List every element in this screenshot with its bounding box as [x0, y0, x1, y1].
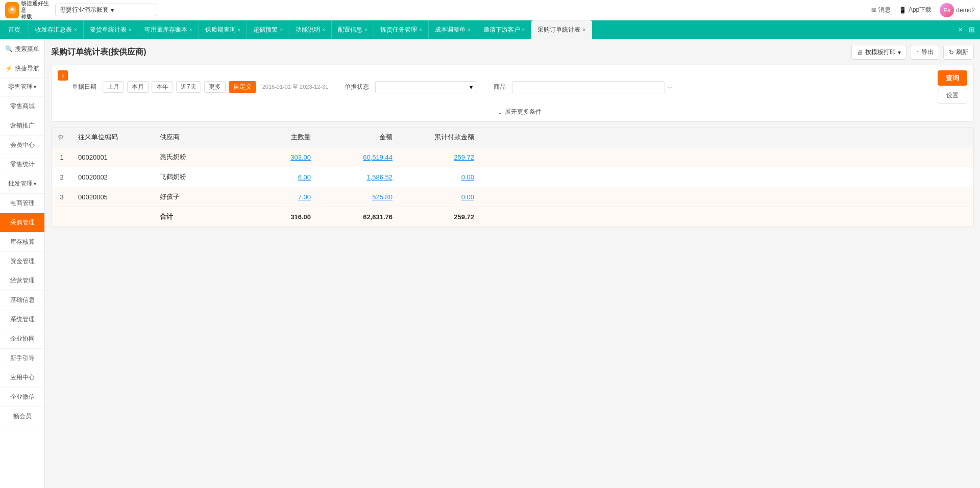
sidebar-item-operation-mgmt-label: 经营管理 — [10, 277, 35, 284]
query-actions: 查询 设置 — [938, 70, 967, 104]
sidebar-item-retail-stats[interactable]: 零售统计 — [0, 155, 44, 174]
paid-link[interactable]: 0.00 — [461, 173, 474, 181]
tab-warranty-query-label: 保质期查询 — [205, 25, 236, 34]
tab-purchase-summary[interactable]: 采购订单统计表 × — [531, 20, 592, 39]
expand-more-filter-btn[interactable]: ⌄ 展开更多条件 — [72, 108, 967, 116]
close-icon[interactable]: × — [74, 27, 77, 33]
custom-date-btn[interactable]: 自定义 — [229, 81, 256, 93]
qty-link[interactable]: 7.00 — [298, 193, 311, 201]
paid-link[interactable]: 0.00 — [461, 193, 474, 201]
row-idx: 2 — [52, 167, 72, 187]
more-date-btn[interactable]: 更多 — [204, 81, 226, 93]
close-all-tabs-btn[interactable]: × — [957, 24, 965, 35]
sidebar-item-member-center[interactable]: 会员中心 — [0, 136, 44, 155]
tab-pick-task[interactable]: 拣货任务管理 × — [374, 20, 429, 39]
footer-extra — [480, 207, 973, 227]
sidebar-item-basic-info[interactable]: 基础信息 — [0, 291, 44, 310]
tab-receive-summary[interactable]: 收发存汇总表 × — [29, 20, 84, 39]
expand-tabs-btn[interactable]: ⊞ — [967, 24, 977, 35]
sidebar-item-enterprise-collab[interactable]: 企业协同 — [0, 329, 44, 349]
workspace-selector[interactable]: 母婴行业演示账套 ▾ — [55, 4, 157, 16]
data-table: ⚙ 往来单位编码 供应商 主数量 金额 累计付款金额 1 00020001 — [52, 127, 973, 227]
top-bar: 畅捷通好生意 标版 母婴行业演示账套 ▾ ✉ 消息 📱 App下载 Ea dem… — [0, 0, 980, 20]
close-icon[interactable]: × — [364, 27, 368, 33]
tab-warranty-query[interactable]: 保质期查询 × — [199, 20, 248, 39]
tab-overstock[interactable]: 超储预警 × — [247, 20, 289, 39]
page-title: 采购订单统计表(按供应商) — [51, 47, 146, 58]
tab-inventory-book[interactable]: 可用量库存账本 × — [138, 20, 199, 39]
footer-empty2 — [72, 207, 154, 227]
status-select[interactable]: ▾ — [375, 81, 477, 93]
tab-invite-downstream[interactable]: 邀请下游客户 × — [477, 20, 532, 39]
query-btn[interactable]: 查询 — [938, 70, 967, 86]
qty-link[interactable]: 303.00 — [290, 153, 311, 161]
quick-nav-btn[interactable]: ⚡ 快捷导航 — [0, 60, 44, 78]
close-icon[interactable]: × — [322, 27, 325, 33]
sidebar-item-system-mgmt[interactable]: 系统管理 — [0, 310, 44, 329]
refresh-btn[interactable]: ↻ 刷新 — [943, 45, 974, 60]
row-extra — [480, 147, 973, 167]
sidebar-item-enterprise-collab-label: 企业协同 — [10, 335, 35, 342]
close-icon[interactable]: × — [238, 27, 241, 33]
more-options-icon[interactable]: ··· — [667, 83, 673, 91]
sidebar-item-retail-shop[interactable]: 零售商城 — [0, 97, 44, 116]
sidebar-item-marketing[interactable]: 营销推广 — [0, 116, 44, 136]
sidebar-item-enterprise-wechat[interactable]: 企业微信 — [0, 388, 44, 407]
sidebar-item-purchase-mgmt[interactable]: 采购管理 — [0, 213, 44, 233]
tab-config-info[interactable]: 配置信息 × — [332, 20, 374, 39]
tab-home[interactable]: 首页 — [0, 20, 29, 39]
row-idx: 1 — [52, 147, 72, 167]
amount-link[interactable]: 60,519.44 — [363, 153, 393, 161]
close-icon[interactable]: × — [419, 27, 422, 33]
amount-link[interactable]: 525.80 — [372, 193, 393, 201]
chevron-down-icon: ▾ — [34, 84, 36, 90]
refresh-icon: ↻ — [949, 49, 954, 56]
sidebar-item-new-guide[interactable]: 新手引导 — [0, 349, 44, 368]
logo-text: 畅捷通好生意 标版 — [21, 0, 50, 20]
template-print-btn[interactable]: 🖨 按模板打印 ▾ — [851, 45, 906, 60]
last-month-btn[interactable]: 上月 — [103, 81, 124, 93]
close-icon[interactable]: × — [468, 27, 471, 33]
last-7days-btn[interactable]: 近7天 — [176, 81, 201, 93]
paid-link[interactable]: 259.72 — [454, 153, 474, 161]
tab-feature-desc[interactable]: 功能说明 × — [289, 20, 332, 39]
gear-icon[interactable]: ⚙ — [58, 133, 64, 141]
user-profile[interactable]: Ea demo2 — [940, 3, 975, 17]
close-icon[interactable]: × — [522, 27, 525, 33]
sidebar-item-new-guide-label: 新手引导 — [10, 354, 35, 362]
sidebar-item-inventory-check[interactable]: 库存核算 — [0, 233, 44, 252]
sidebar-item-wholesale-mgmt[interactable]: 批发管理 ▾ — [0, 174, 44, 194]
this-month-btn[interactable]: 本月 — [127, 81, 149, 93]
amount-link[interactable]: 1,586.52 — [366, 173, 393, 181]
close-icon[interactable]: × — [582, 27, 585, 33]
row-extra — [480, 187, 973, 207]
message-btn[interactable]: ✉ 消息 — [871, 6, 891, 14]
sidebar-item-finance-mgmt[interactable]: 资金管理 — [0, 252, 44, 271]
close-icon[interactable]: × — [129, 27, 132, 33]
row-idx: 3 — [52, 187, 72, 207]
chevron-down-icon: ▾ — [470, 84, 473, 91]
tab-order-summary[interactable]: 要货单统计表 × — [84, 20, 138, 39]
close-icon[interactable]: × — [189, 27, 192, 33]
app-download-btn[interactable]: 📱 App下载 — [899, 6, 932, 14]
goods-input[interactable] — [512, 81, 665, 93]
close-icon[interactable]: × — [280, 27, 283, 33]
filter-toggle-btn[interactable]: › — [58, 70, 68, 81]
this-year-btn[interactable]: 本年 — [152, 81, 173, 93]
sidebar-item-member-vip[interactable]: 畅会员 — [0, 407, 44, 426]
sidebar-item-retail-mgmt[interactable]: 零售管理 ▾ — [0, 78, 44, 97]
sidebar-item-operation-mgmt[interactable]: 经营管理 — [0, 271, 44, 291]
settings-btn[interactable]: 设置 — [938, 88, 967, 104]
footer-amount: 62,631.76 — [317, 207, 399, 227]
top-right: ✉ 消息 📱 App下载 Ea demo2 — [871, 3, 975, 17]
goods-filter-label: 商品 — [494, 83, 506, 91]
sidebar-item-ecom-mgmt[interactable]: 电商管理 — [0, 194, 44, 213]
tab-cost-adjust[interactable]: 成本调整单 × — [429, 20, 477, 39]
export-btn[interactable]: ↑ 导出 — [911, 45, 939, 60]
qty-link[interactable]: 6.00 — [298, 173, 311, 181]
sidebar-item-app-center[interactable]: 应用中心 — [0, 368, 44, 388]
tab-pick-task-label: 拣货任务管理 — [380, 25, 417, 34]
search-menu-btn[interactable]: 🔍 搜索菜单 — [3, 43, 41, 56]
chevron-down-icon: ▾ — [111, 7, 114, 14]
table-body: 1 00020001 惠氏奶粉 303.00 60,519.44 259.72 … — [52, 147, 973, 207]
